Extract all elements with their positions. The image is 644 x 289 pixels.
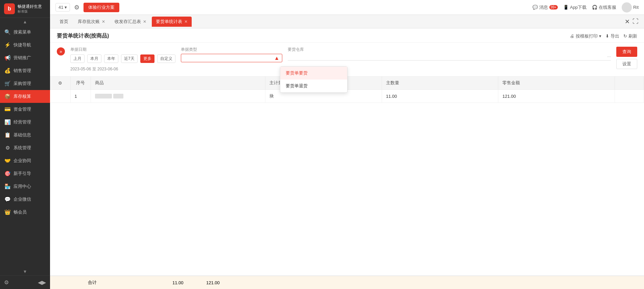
close-all-tabs-icon[interactable]: ✕	[625, 18, 630, 25]
sidebar-item-quick-nav[interactable]: ⚡ 快捷导航	[0, 39, 50, 51]
cell-amount: 121.00	[498, 90, 615, 103]
sidebar-item-sales[interactable]: 💰 销售管理	[0, 64, 50, 77]
quick-nav-icon: ⚡	[4, 42, 11, 48]
date-btn-this-year[interactable]: 本年	[104, 54, 118, 63]
sidebar-item-label: 库存核算	[14, 93, 31, 99]
type-dropdown-toggle[interactable]: ▲	[274, 55, 280, 61]
sidebar-item-operations[interactable]: 📊 经营管理	[0, 116, 50, 129]
footer-settings-icon[interactable]: ⚙	[4, 279, 9, 286]
inventory-icon: 📦	[4, 93, 11, 99]
online-service-action[interactable]: 🎧 在线客服	[592, 4, 616, 10]
guide-icon: 🎯	[4, 171, 11, 177]
version-number: 41	[58, 5, 63, 10]
footer-amount: 121.00	[206, 280, 240, 285]
sidebar-item-label: 资金管理	[14, 106, 31, 112]
print-button[interactable]: 🖨 按模板打印 ▾	[570, 33, 601, 39]
app-sub: 标准版	[18, 9, 42, 14]
date-btn-more[interactable]: 更多	[140, 54, 154, 63]
sidebar-item-purchase[interactable]: 🛒 采购管理	[0, 77, 50, 90]
sidebar: b 畅捷通好生意 标准版 ▲ 🔍 搜索菜单 ⚡ 快捷导航 📢 营销推广 💰 销售…	[0, 0, 50, 289]
app-logo-icon: b	[4, 3, 15, 14]
tab-order-stats[interactable]: 要货单统计表 ✕	[152, 17, 192, 27]
message-action[interactable]: 💬 消息 99+	[532, 4, 558, 10]
type-input-wrapper: ▲	[181, 54, 282, 62]
refresh-label: 刷新	[628, 33, 637, 39]
sidebar-item-label: 搜索菜单	[14, 29, 31, 35]
expand-tabs-icon[interactable]: ⛶	[633, 18, 639, 25]
date-btn-this-month[interactable]: 本月	[87, 54, 101, 63]
warehouse-filter-input[interactable]	[288, 54, 607, 59]
member-icon: 👑	[4, 209, 11, 215]
sidebar-item-label: 营销推广	[14, 55, 31, 61]
header-settings-icon[interactable]: ⚙	[74, 4, 79, 11]
sidebar-item-wechat[interactable]: 💬 企业微信	[0, 193, 50, 206]
dropdown-item-0[interactable]: 要货单要货	[280, 67, 347, 80]
col-extra	[615, 76, 644, 90]
date-btn-custom[interactable]: 自定义	[157, 54, 175, 63]
tab-inventory-batch[interactable]: 库存批次账 ✕	[74, 17, 109, 27]
type-filter-input[interactable]	[181, 54, 282, 62]
refresh-button[interactable]: ↻ 刷新	[623, 33, 637, 39]
dropdown-item-1[interactable]: 要货单退货	[280, 80, 347, 92]
tab-home[interactable]: 首页	[55, 17, 72, 27]
user-menu[interactable]: Rit	[622, 2, 639, 13]
sidebar-item-label: 新手引导	[14, 171, 31, 177]
sidebar-nav: 🔍 搜索菜单 ⚡ 快捷导航 📢 营销推广 💰 销售管理 🛒 采购管理 📦 库存核…	[0, 26, 50, 268]
close-tab-receive-summary[interactable]: ✕	[143, 20, 146, 24]
date-range-display: 2023-05-06 至 2023-06-06	[70, 66, 175, 72]
sidebar-item-finance[interactable]: 💳 资金管理	[0, 103, 50, 116]
basic-icon: 📋	[4, 132, 11, 138]
filter-expand-button[interactable]: »	[57, 47, 65, 55]
sidebar-item-guide[interactable]: 🎯 新手引导	[0, 167, 50, 180]
sidebar-item-system[interactable]: ⚙ 系统管理	[0, 141, 50, 154]
footer-toggle-icon[interactable]: ◀▶	[38, 279, 46, 286]
sidebar-item-enterprise[interactable]: 🤝 企业协同	[0, 154, 50, 167]
warehouse-filter-label: 要货仓库	[288, 47, 611, 52]
sidebar-item-label: 企业协同	[14, 158, 31, 164]
warehouse-more-icon[interactable]: ···	[607, 54, 611, 59]
sidebar-item-label: 基础信息	[14, 132, 31, 138]
sidebar-item-inventory[interactable]: 📦 库存核算	[0, 90, 50, 103]
sidebar-item-basic[interactable]: 📋 基础信息	[0, 129, 50, 141]
version-selector[interactable]: 41 ▾	[55, 3, 70, 12]
export-label: 导出	[611, 33, 619, 39]
app-name-block: 畅捷通好生意 标准版	[18, 4, 42, 14]
wechat-icon: 💬	[4, 196, 11, 202]
sidebar-scroll-down[interactable]: ▼	[0, 268, 50, 275]
cell-extra	[615, 90, 644, 103]
date-btn-last-month[interactable]: 上月	[70, 54, 85, 63]
col-settings[interactable]: ⚙	[50, 76, 70, 90]
message-icon: 💬	[532, 5, 538, 10]
sidebar-item-label: 采购管理	[14, 81, 31, 87]
sidebar-footer: ⚙ ◀▶	[0, 275, 50, 289]
date-shortcuts-row: 上月 本月 本年 近7天 更多 自定义	[70, 54, 175, 63]
tab-receive-summary[interactable]: 收发存汇总表 ✕	[111, 17, 150, 27]
close-tab-order-stats[interactable]: ✕	[184, 20, 188, 24]
appstore-icon: 🏪	[4, 183, 11, 190]
date-filter-group: 单据日期 上月 本月 本年 近7天 更多 自定义 2023-05-06 至 20…	[70, 47, 175, 72]
filter-settings-button[interactable]: 设置	[616, 59, 637, 69]
close-tab-inventory-batch[interactable]: ✕	[102, 20, 105, 24]
warehouse-filter-group: 要货仓库 ···	[288, 47, 611, 61]
page-actions: 🖨 按模板打印 ▾ ⬇ 导出 ↻ 刷新	[570, 33, 637, 39]
filter-bar: » 单据日期 上月 本月 本年 近7天 更多 自定义 2023-05-06 至 …	[50, 43, 644, 76]
sidebar-item-search[interactable]: 🔍 搜索菜单	[0, 26, 50, 39]
sidebar-item-label: 快捷导航	[14, 42, 31, 48]
date-btn-last-7-days[interactable]: 近7天	[121, 54, 138, 63]
cell-qty: 11.00	[382, 90, 498, 103]
finance-icon: 💳	[4, 106, 11, 112]
query-button[interactable]: 查询	[616, 47, 637, 57]
search-icon: 🔍	[4, 29, 11, 35]
product-block-2	[113, 94, 123, 98]
trial-button[interactable]: 体验行业方案	[84, 3, 119, 12]
sidebar-item-appstore[interactable]: 🏪 应用中心	[0, 180, 50, 193]
app-download-action[interactable]: 📱 App下载	[563, 4, 587, 10]
sidebar-item-label: 系统管理	[14, 145, 31, 151]
page-title: 要货单统计表(按商品)	[57, 32, 109, 40]
sidebar-scroll-up[interactable]: ▲	[0, 18, 50, 26]
export-button[interactable]: ⬇ 导出	[605, 33, 619, 39]
sidebar-item-member[interactable]: 👑 畅会员	[0, 206, 50, 219]
sidebar-item-marketing[interactable]: 📢 营销推广	[0, 51, 50, 64]
sales-icon: 💰	[4, 68, 11, 74]
cell-settings	[50, 90, 70, 103]
